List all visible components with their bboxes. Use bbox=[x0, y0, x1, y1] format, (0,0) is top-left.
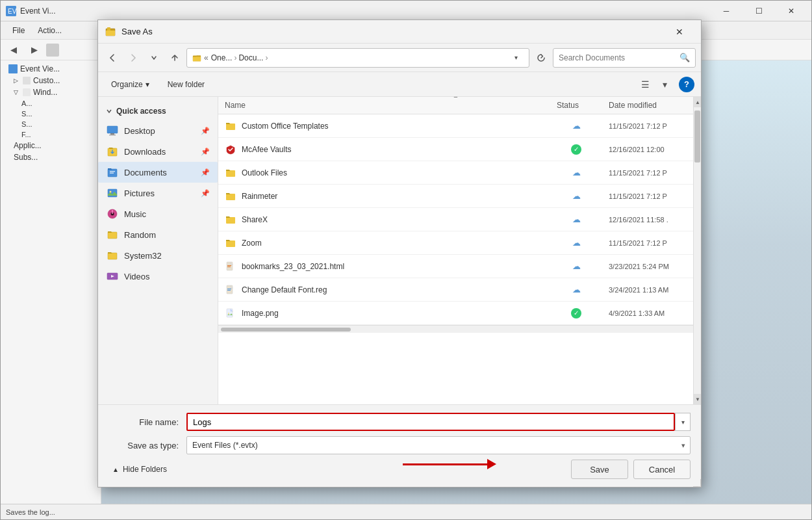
h-scrollbar-thumb[interactable] bbox=[221, 328, 351, 332]
dialog-close-button[interactable]: ✕ bbox=[665, 21, 694, 42]
quick-access-header[interactable]: Quick access bbox=[98, 102, 218, 120]
nav-item-downloads[interactable]: Downloads 📌 bbox=[98, 141, 218, 162]
nav-item-pictures[interactable]: Pictures 📌 bbox=[98, 183, 218, 203]
hide-folders-label: Hide Folders bbox=[123, 465, 167, 474]
folder-icon bbox=[225, 214, 236, 226]
hide-folders-button[interactable]: ▲ Hide Folders bbox=[108, 462, 171, 476]
table-row[interactable]: bookmarks_23_03_2021.html ☁ 3/23/2021 5:… bbox=[218, 255, 693, 278]
nav-downloads-label: Downloads bbox=[124, 147, 166, 157]
table-row[interactable]: Outlook Files ☁ 11/15/2021 7:12 P bbox=[218, 161, 693, 185]
ev-menu-action[interactable]: Actio... bbox=[31, 25, 68, 36]
breadcrumb-docu[interactable]: Docu... bbox=[238, 53, 263, 62]
dialog-title-text: Save As bbox=[121, 27, 659, 36]
cloud-status-icon: ☁ bbox=[571, 285, 581, 295]
new-folder-button[interactable]: New folder bbox=[161, 75, 211, 94]
svg-rect-7 bbox=[107, 126, 118, 133]
filetype-row: Save as type: Event Files (*.evtx) bbox=[108, 436, 691, 454]
ev-tree-f[interactable]: F... bbox=[1, 129, 101, 140]
scroll-down-button[interactable]: ▼ bbox=[694, 394, 701, 404]
event-viewer-titlebar: EV Event Vi... ─ ☐ ✕ bbox=[1, 1, 811, 21]
filetype-select[interactable]: Event Files (*.evtx) bbox=[186, 436, 691, 454]
scroll-thumb[interactable] bbox=[694, 110, 700, 162]
ev-tree-wind-label: Wind... bbox=[33, 88, 57, 97]
table-row[interactable]: ShareX ☁ 12/16/2021 11:58 . bbox=[218, 208, 693, 231]
ev-window-controls: ─ ☐ ✕ bbox=[711, 1, 806, 21]
check-status-icon: ✓ bbox=[571, 144, 581, 155]
horizontal-scrollbar[interactable] bbox=[218, 325, 693, 333]
dialog-nav-panel: Quick access Desktop 📌 bbox=[98, 97, 218, 404]
table-row[interactable]: McAfee Vaults ✓ 12/16/2021 12:00 bbox=[218, 138, 693, 161]
nav-up-button[interactable] bbox=[166, 49, 184, 67]
filename-input[interactable] bbox=[186, 413, 675, 431]
svg-rect-23 bbox=[226, 170, 235, 177]
dialog-footer: File name: ▾ Save as type: Event Files (… bbox=[98, 404, 701, 487]
nav-back-button[interactable] bbox=[103, 49, 121, 67]
ev-tree-subs[interactable]: Subs... bbox=[1, 151, 101, 163]
footer-right-buttons: Save Cancel bbox=[571, 460, 691, 479]
nav-item-system32[interactable]: System32 bbox=[98, 245, 218, 266]
svg-rect-30 bbox=[227, 285, 233, 294]
nav-item-desktop[interactable]: Desktop 📌 bbox=[98, 120, 218, 141]
nav-dropdown-recent-button[interactable] bbox=[145, 49, 163, 67]
refresh-button[interactable] bbox=[532, 49, 550, 67]
scroll-up-button[interactable]: ▲ bbox=[694, 97, 701, 107]
search-input[interactable] bbox=[559, 53, 676, 62]
col-header-name[interactable]: Name bbox=[218, 97, 550, 114]
ev-minimize-btn[interactable]: ─ bbox=[711, 1, 741, 21]
organize-dropdown-icon: ▾ bbox=[146, 80, 149, 89]
col-header-date[interactable]: Date modified bbox=[602, 97, 693, 114]
svg-rect-28 bbox=[227, 265, 231, 266]
scroll-track[interactable] bbox=[694, 107, 701, 394]
nav-item-random[interactable]: Random bbox=[98, 224, 218, 245]
table-row[interactable]: Rainmeter ☁ 11/15/2021 7:12 P bbox=[218, 185, 693, 208]
search-box[interactable]: 🔍 bbox=[553, 48, 696, 68]
svg-rect-24 bbox=[226, 194, 235, 200]
save-button[interactable]: Save bbox=[571, 460, 628, 479]
ev-tree-wind[interactable]: ▽ Wind... bbox=[1, 86, 101, 98]
table-row[interactable]: Zoom ☁ 11/15/2021 7:12 P bbox=[218, 231, 693, 255]
col-header-status[interactable]: Status bbox=[550, 97, 602, 114]
table-row[interactable]: Change Default Font.reg ☁ 3/24/2021 1:13… bbox=[218, 278, 693, 302]
organize-button[interactable]: Organize ▾ bbox=[105, 75, 156, 94]
help-button[interactable]: ? bbox=[679, 77, 694, 92]
check-status-icon: ✓ bbox=[571, 308, 581, 318]
view-dropdown-button[interactable]: ▾ bbox=[655, 75, 674, 94]
cancel-button[interactable]: Cancel bbox=[633, 460, 691, 479]
file-name-cell: Image.png bbox=[218, 307, 550, 319]
ev-tree-s1[interactable]: S... bbox=[1, 109, 101, 119]
table-row[interactable]: Image.png ✓ 4/9/2021 1:33 AM bbox=[218, 302, 693, 325]
ev-tree-s2[interactable]: S... bbox=[1, 119, 101, 129]
address-path-box[interactable]: « One... › Docu... › ▾ bbox=[186, 48, 529, 68]
nav-item-documents[interactable]: Documents 📌 bbox=[98, 162, 218, 183]
breadcrumb-one[interactable]: One... bbox=[211, 53, 233, 62]
ev-tree-app[interactable]: Applic... bbox=[1, 140, 101, 151]
date-cell: 11/15/2021 7:12 P bbox=[602, 169, 693, 177]
view-dropdown-icon: ▾ bbox=[663, 79, 667, 90]
nav-system32-label: System32 bbox=[124, 251, 162, 261]
vertical-scrollbar[interactable]: ▲ ▼ bbox=[693, 97, 701, 404]
view-list-button[interactable]: ☰ bbox=[636, 75, 654, 94]
pictures-icon bbox=[106, 187, 119, 200]
folder-icon bbox=[225, 237, 236, 249]
ev-close-btn[interactable]: ✕ bbox=[776, 1, 806, 21]
filename-dropdown-button[interactable]: ▾ bbox=[675, 413, 691, 431]
nav-forward-button[interactable] bbox=[124, 49, 142, 67]
ev-status-text: Saves the log... bbox=[6, 508, 55, 516]
view-list-icon: ☰ bbox=[641, 79, 650, 90]
svg-rect-22 bbox=[226, 124, 235, 130]
ev-menu-file[interactable]: File bbox=[6, 25, 31, 36]
address-dropdown-button[interactable]: ▾ bbox=[508, 49, 524, 67]
ev-tree-custom[interactable]: ▷ Custo... bbox=[1, 75, 101, 86]
ev-tree-root[interactable]: Event Vie... bbox=[1, 63, 101, 75]
ev-forward-btn[interactable]: ▶ bbox=[25, 41, 44, 59]
table-row[interactable]: Custom Office Templates ☁ 11/15/2021 7:1… bbox=[218, 114, 693, 138]
ev-tree-a[interactable]: A... bbox=[1, 98, 101, 109]
dialog-resize-handle[interactable] bbox=[693, 479, 701, 487]
nav-item-videos[interactable]: Videos bbox=[98, 266, 218, 287]
nav-item-music[interactable]: Music bbox=[98, 203, 218, 224]
ev-tree-subs-label: Subs... bbox=[14, 153, 38, 162]
new-folder-label: New folder bbox=[168, 80, 205, 89]
ev-back-btn[interactable]: ◀ bbox=[5, 41, 23, 59]
ev-maximize-btn[interactable]: ☐ bbox=[744, 1, 774, 21]
videos-icon bbox=[106, 270, 119, 283]
